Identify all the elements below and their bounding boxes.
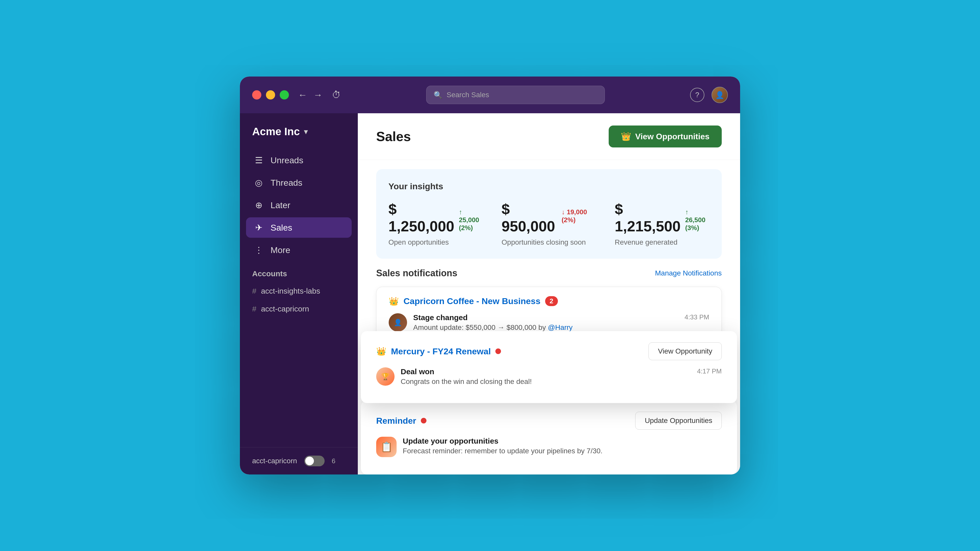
search-icon: 🔍: [434, 91, 442, 99]
help-button[interactable]: ?: [690, 88, 704, 102]
notif-title-label: Capricorn Coffee - New Business: [404, 296, 541, 306]
unread-dot: [421, 418, 426, 424]
avatar: 👤: [389, 313, 407, 332]
sidebar-item-label: Later: [270, 200, 290, 210]
sidebar-item-more[interactable]: ⋮ More: [246, 240, 352, 260]
toggle-count: 6: [332, 457, 335, 465]
notif-card-header: 👑 Capricorn Coffee - New Business 2: [389, 296, 709, 306]
history-icon[interactable]: ⏱: [332, 89, 341, 100]
sidebar-item-label: Sales: [270, 223, 292, 233]
unreads-icon: ☰: [253, 155, 264, 165]
sidebar-account-capricorn[interactable]: # acct-capricorn: [240, 300, 358, 318]
insight-card-open: $ 1,250,000 ↑ 25,000 (2%) Open opportuni…: [388, 200, 483, 246]
notification-entry-1: 👤 Stage changed Amount update: $550,000 …: [389, 313, 709, 332]
sidebar-item-later[interactable]: ⊕ Later: [246, 195, 352, 215]
notif-body: Deal won Congrats on the win and closing…: [401, 367, 691, 386]
notifications-header: Sales notifications Manage Notifications: [376, 268, 722, 279]
page-title: Sales: [376, 129, 411, 144]
insight-amount: $ 1,215,500: [615, 200, 681, 235]
insight-change: ↓ 19,000 (2%): [562, 208, 596, 224]
deal-won-avatar: 🏆: [376, 367, 395, 386]
notif-card-title: Reminder: [376, 416, 426, 426]
insight-label: Revenue generated: [615, 238, 710, 246]
event-title: Update your opportunities: [403, 437, 722, 445]
floating-card-mercury: 👑 Mercury - FY24 Renewal View Opportunit…: [361, 331, 737, 403]
hash-icon: #: [252, 305, 256, 313]
sidebar-item-unreads[interactable]: ☰ Unreads: [246, 150, 352, 170]
insight-amount: $ 1,250,000: [388, 200, 454, 235]
event-title: Deal won: [401, 367, 691, 376]
workspace-label: Acme Inc: [252, 125, 300, 138]
notif-card-title[interactable]: 👑 Capricorn Coffee - New Business 2: [389, 296, 558, 306]
insight-label: Open opportunities: [388, 238, 483, 246]
sales-icon: ✈: [253, 222, 264, 233]
sidebar-nav: ☰ Unreads ◎ Threads ⊕ Later ✈ Sales ⋮: [240, 150, 358, 260]
insight-card-closing: $ 950,000 ↓ 19,000 (2%) Opportunities cl…: [501, 200, 596, 246]
insights-cards: $ 1,250,000 ↑ 25,000 (2%) Open opportuni…: [388, 200, 710, 246]
insight-value: $ 950,000 ↓ 19,000 (2%): [501, 200, 596, 235]
close-button[interactable]: [252, 90, 261, 100]
reminder-icon: 📋: [376, 437, 396, 457]
hash-icon: #: [252, 287, 256, 295]
workspace-name[interactable]: Acme Inc ▾: [240, 125, 358, 150]
notif-card-title[interactable]: 👑 Mercury - FY24 Renewal: [376, 346, 501, 356]
event-title: Stage changed: [413, 313, 678, 322]
content-area: Sales 👑 View Opportunities Your insights…: [358, 113, 740, 475]
sidebar-item-label: Unreads: [270, 156, 304, 165]
sidebar: Acme Inc ▾ ☰ Unreads ◎ Threads ⊕ Later ✈: [240, 113, 358, 475]
search-bar[interactable]: 🔍: [426, 86, 605, 104]
search-input[interactable]: [447, 91, 597, 99]
bottom-label: acct-capricorn: [252, 457, 297, 465]
notif-time: 4:33 PM: [684, 313, 709, 321]
sidebar-item-label: Threads: [270, 178, 302, 188]
sidebar-bottom: acct-capricorn 6: [240, 447, 358, 475]
sidebar-item-label: More: [270, 245, 290, 255]
minimize-button[interactable]: [266, 90, 275, 100]
accounts-section-title: Accounts: [240, 260, 358, 282]
forward-button[interactable]: →: [313, 89, 323, 100]
manage-notifications-link[interactable]: Manage Notifications: [655, 269, 722, 277]
sidebar-account-insights-labs[interactable]: # acct-insights-labs: [240, 282, 358, 300]
notif-body: Stage changed Amount update: $550,000 → …: [413, 313, 678, 332]
account-label: acct-capricorn: [261, 305, 309, 313]
insight-label: Opportunities closing soon: [501, 238, 596, 246]
view-opportunities-label: View Opportunities: [635, 132, 710, 141]
later-icon: ⊕: [253, 200, 264, 210]
notification-entry-deal-won: 🏆 Deal won Congrats on the win and closi…: [376, 367, 722, 386]
notifications-title: Sales notifications: [376, 268, 457, 279]
view-opportunities-button[interactable]: 👑 View Opportunities: [609, 125, 722, 148]
mention: @Harry: [548, 324, 573, 331]
event-desc: Forecast reminder: remember to update yo…: [403, 447, 722, 455]
insights-section: Your insights $ 1,250,000 ↑ 25,000 (2%) …: [376, 169, 722, 259]
notification-entry-reminder: 📋 Update your opportunities Forecast rem…: [376, 437, 722, 457]
unread-badge: 2: [545, 296, 558, 306]
toggle[interactable]: [304, 456, 325, 466]
avatar: 👤: [711, 87, 728, 103]
insight-change: ↑ 26,500 (3%): [685, 208, 710, 232]
notif-time: 4:17 PM: [697, 367, 722, 375]
event-desc: Amount update: $550,000 → $800,000 by @H…: [413, 324, 678, 332]
crown-icon: 👑: [621, 132, 631, 141]
floating-header: Reminder Update Opportunities: [376, 412, 722, 430]
maximize-button[interactable]: [280, 90, 289, 100]
app-window: ← → ⏱ 🔍 ? 👤 Acme Inc ▾ ☰ Unreads: [240, 76, 740, 475]
crown-icon: 👑: [389, 297, 399, 306]
back-button[interactable]: ←: [298, 89, 307, 100]
floating-title-label: Mercury - FY24 Renewal: [391, 346, 491, 356]
account-label: acct-insights-labs: [261, 287, 320, 295]
sidebar-item-threads[interactable]: ◎ Threads: [246, 172, 352, 193]
update-opportunities-button[interactable]: Update Opportunities: [635, 412, 722, 430]
crown-icon: 👑: [376, 346, 387, 356]
insight-value: $ 1,215,500 ↑ 26,500 (3%): [615, 200, 710, 235]
insight-value: $ 1,250,000 ↑ 25,000 (2%): [388, 200, 483, 235]
view-opportunity-button[interactable]: View Opportunity: [649, 342, 722, 360]
sidebar-item-sales[interactable]: ✈ Sales: [246, 218, 352, 238]
floating-header: 👑 Mercury - FY24 Renewal View Opportunit…: [376, 342, 722, 360]
insight-card-revenue: $ 1,215,500 ↑ 26,500 (3%) Revenue genera…: [615, 200, 710, 246]
floating-card-reminder: Reminder Update Opportunities 📋 Update y…: [361, 400, 737, 475]
reminder-label: Reminder: [376, 416, 416, 426]
insight-change: ↑ 25,000 (2%): [459, 208, 483, 232]
more-icon: ⋮: [253, 245, 264, 255]
titlebar-right: ? 👤: [690, 87, 728, 103]
chevron-down-icon: ▾: [304, 127, 307, 136]
